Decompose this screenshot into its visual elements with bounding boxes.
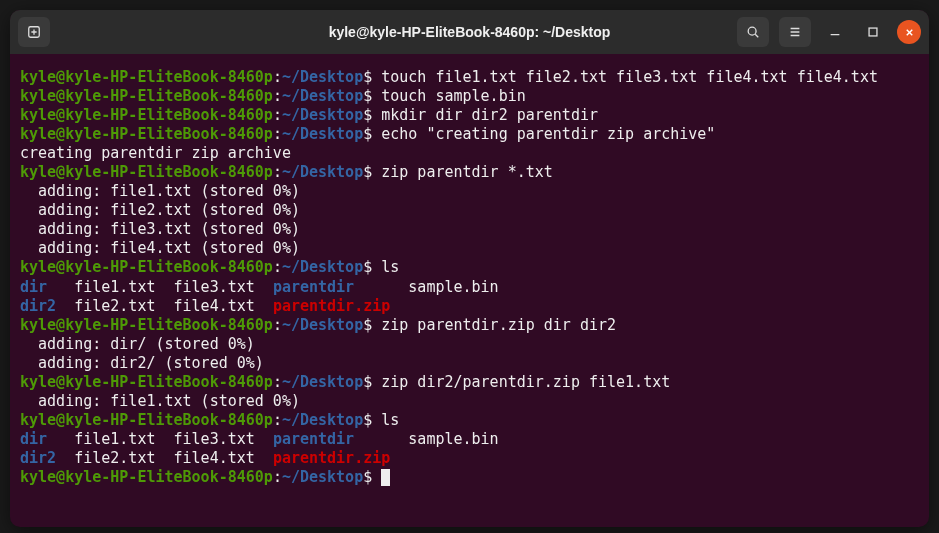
close-button[interactable] [897, 20, 921, 44]
maximize-icon [866, 25, 880, 39]
search-button[interactable] [737, 17, 769, 47]
terminal-output[interactable]: kyle@kyle-HP-EliteBook-8460p:~/Desktop$ … [10, 54, 929, 527]
svg-line-4 [755, 34, 758, 37]
terminal-window: kyle@kyle-HP-EliteBook-8460p: ~/Desktop [10, 10, 929, 527]
svg-rect-9 [869, 28, 877, 36]
new-tab-icon [27, 25, 41, 39]
search-icon [746, 25, 760, 39]
new-tab-button[interactable] [18, 17, 50, 47]
maximize-button[interactable] [859, 17, 887, 47]
minimize-button[interactable] [821, 17, 849, 47]
hamburger-icon [788, 25, 802, 39]
close-icon [904, 27, 915, 38]
titlebar: kyle@kyle-HP-EliteBook-8460p: ~/Desktop [10, 10, 929, 54]
svg-point-3 [748, 27, 756, 35]
minimize-icon [828, 25, 842, 39]
window-title: kyle@kyle-HP-EliteBook-8460p: ~/Desktop [329, 24, 611, 40]
menu-button[interactable] [779, 17, 811, 47]
